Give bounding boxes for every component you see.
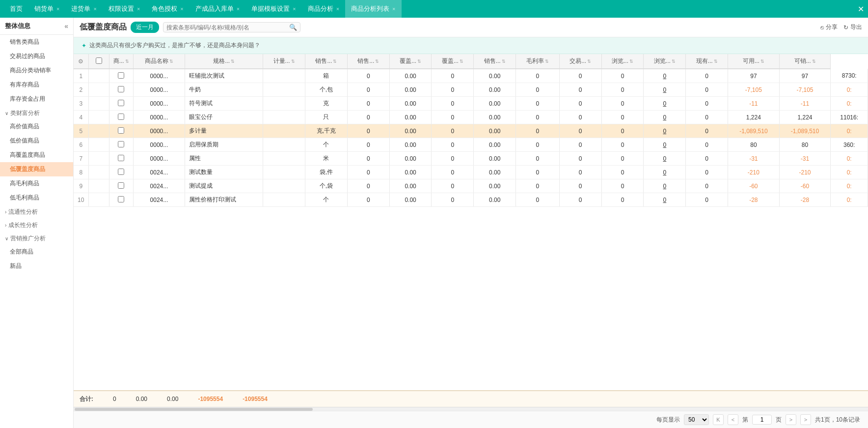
export-button[interactable]: ↻ 导出 <box>843 23 862 31</box>
table-header-row: ⚙ 商...⇅ 商品名称⇅ 规格...⇅ 计量...⇅ 销售...⇅ 销售...… <box>74 54 868 69</box>
nav-tab-goods-analysis-list[interactable]: 商品分析列表 × <box>345 0 401 18</box>
sidebar-item-high-value[interactable]: 高价值商品 <box>0 119 73 134</box>
table-row: 9 0024... 测试提成 个,袋 0 0.00 0 0.00 0 0 0 0… <box>74 179 868 193</box>
prev-page-button[interactable]: < <box>728 414 738 425</box>
row-gross-rate: 0 <box>559 166 601 179</box>
row-gross-rate: 0 <box>559 97 601 111</box>
sidebar-item-high-coverage[interactable]: 高覆盖度商品 <box>0 148 73 162</box>
row-number: 10 <box>74 193 88 207</box>
close-icon[interactable]: × <box>336 6 339 12</box>
row-settings <box>88 111 109 124</box>
row-sale-amt: 0.00 <box>389 69 432 83</box>
page-number-input[interactable] <box>752 415 772 425</box>
row-avail: -60 <box>779 179 831 193</box>
table-row: 7 0000... 属性 米 0 0.00 0 0.00 0 0 0 0 0 -… <box>74 152 868 166</box>
sidebar-item-new-goods[interactable]: 新品 <box>0 259 73 273</box>
row-checkbox[interactable] <box>109 193 133 207</box>
row-avail: 97 <box>779 69 831 83</box>
row-sale-amt: 0.00 <box>389 193 432 207</box>
close-icon[interactable]: × <box>56 6 59 12</box>
close-icon[interactable]: × <box>137 6 140 12</box>
row-browse1[interactable]: 0 <box>644 83 686 97</box>
row-checkbox[interactable] <box>109 97 133 111</box>
sidebar: 整体信息 « 销售类商品 交易过的商品 商品分类动销率 有库存商品 库存资金占用… <box>0 18 74 428</box>
row-browse1[interactable]: 0 <box>644 69 686 83</box>
sidebar-item-traded-goods[interactable]: 交易过的商品 <box>0 49 73 63</box>
sidebar-section-coverage[interactable]: ∨ 类财富分析 <box>0 106 73 119</box>
row-unit: 克,千克 <box>305 124 347 138</box>
nav-tab-sales[interactable]: 销货单 × <box>28 0 65 18</box>
row-browse1[interactable]: 0 <box>644 152 686 166</box>
sidebar-section-marketing[interactable]: ∨ 营销推广分析 <box>0 231 73 245</box>
nav-tab-template[interactable]: 单据模板设置 × <box>245 0 301 18</box>
goods-table: ⚙ 商...⇅ 商品名称⇅ 规格...⇅ 计量...⇅ 销售...⇅ 销售...… <box>74 54 868 207</box>
close-icon[interactable]: × <box>237 6 240 12</box>
select-all-checkbox[interactable] <box>96 57 102 64</box>
col-gross-rate: 毛利率⇅ <box>516 54 560 69</box>
row-browse1[interactable]: 0 <box>644 166 686 179</box>
filter-recent-month-button[interactable]: 近一月 <box>131 22 159 33</box>
row-cov2: 0.00 <box>474 166 516 179</box>
nav-tab-goods-analysis[interactable]: 商品分析 × <box>302 0 345 18</box>
row-browse1[interactable]: 0 <box>644 111 686 124</box>
sidebar-collapse-button[interactable]: « <box>64 22 68 30</box>
row-checkbox[interactable] <box>109 83 133 97</box>
row-browse1[interactable]: 0 <box>644 97 686 111</box>
row-checkbox[interactable] <box>109 69 133 83</box>
row-settings <box>88 83 109 97</box>
row-checkbox[interactable] <box>109 138 133 152</box>
row-name: 符号测试 <box>185 97 263 111</box>
per-page-select[interactable]: 50 100 200 <box>684 414 709 425</box>
row-cov2: 0.00 <box>474 111 516 124</box>
row-browse1[interactable]: 0 <box>644 179 686 193</box>
row-unit: 个 <box>305 138 347 152</box>
row-browse1[interactable]: 0 <box>644 193 686 207</box>
nav-tab-purchase[interactable]: 进货单 × <box>65 0 102 18</box>
row-checkbox[interactable] <box>109 124 133 138</box>
row-browse1[interactable]: 0 <box>644 124 686 138</box>
window-close-button[interactable]: ✕ <box>858 4 864 14</box>
nav-tab-home[interactable]: 首页 <box>4 0 28 18</box>
sidebar-item-low-value[interactable]: 低价值商品 <box>0 134 73 148</box>
nav-tab-permissions[interactable]: 权限设置 × <box>103 0 146 18</box>
next-page-button[interactable]: > <box>786 414 796 425</box>
chevron-right-icon: › <box>5 223 6 228</box>
row-checkbox[interactable] <box>109 166 133 179</box>
row-code: 0000... <box>133 83 185 97</box>
row-checkbox[interactable] <box>109 179 133 193</box>
share-button[interactable]: ⎋ 分享 <box>820 23 838 31</box>
sidebar-item-sales-goods[interactable]: 销售类商品 <box>0 35 73 49</box>
nav-tab-roles[interactable]: 角色授权 × <box>146 0 189 18</box>
sidebar-item-low-coverage[interactable]: 低覆盖度商品 <box>0 162 73 176</box>
row-name: 测试数量 <box>185 166 263 179</box>
sidebar-header: 整体信息 « <box>0 18 73 35</box>
row-stock: 97 <box>728 69 780 83</box>
row-gross-rate: 0 <box>559 124 601 138</box>
row-code: 0024... <box>133 179 185 193</box>
col-settings[interactable]: ⚙ <box>74 54 88 69</box>
row-cov1: 0 <box>432 111 474 124</box>
close-icon[interactable]: × <box>180 6 183 12</box>
row-sale-amt: 0.00 <box>389 166 432 179</box>
sidebar-item-high-margin[interactable]: 高毛利商品 <box>0 176 73 191</box>
sidebar-item-in-stock[interactable]: 有库存商品 <box>0 78 73 92</box>
nav-tab-finished-goods[interactable]: 产成品入库单 × <box>190 0 245 18</box>
row-checkbox[interactable] <box>109 111 133 124</box>
close-icon[interactable]: × <box>293 6 296 12</box>
col-code: 商...⇅ <box>109 54 133 69</box>
first-page-button[interactable]: K <box>713 414 724 425</box>
sidebar-item-low-margin[interactable]: 低毛利商品 <box>0 191 73 205</box>
row-browse1[interactable]: 0 <box>644 138 686 152</box>
sidebar-section-growth[interactable]: › 成长性分析 <box>0 218 73 231</box>
row-checkbox[interactable] <box>109 152 133 166</box>
chevron-down-icon: ∨ <box>5 111 8 116</box>
close-icon[interactable]: × <box>93 6 96 12</box>
sidebar-item-all-goods[interactable]: 全部商品 <box>0 245 73 259</box>
sidebar-item-category-rate[interactable]: 商品分类动销率 <box>0 63 73 78</box>
close-icon[interactable]: × <box>392 6 395 12</box>
sidebar-item-stock-capital[interactable]: 库存资金占用 <box>0 92 73 106</box>
search-input[interactable] <box>166 24 289 31</box>
last-page-button[interactable]: > <box>800 414 811 425</box>
row-cov1: 0 <box>432 193 474 207</box>
sidebar-section-flow[interactable]: › 流通性分析 <box>0 205 73 218</box>
